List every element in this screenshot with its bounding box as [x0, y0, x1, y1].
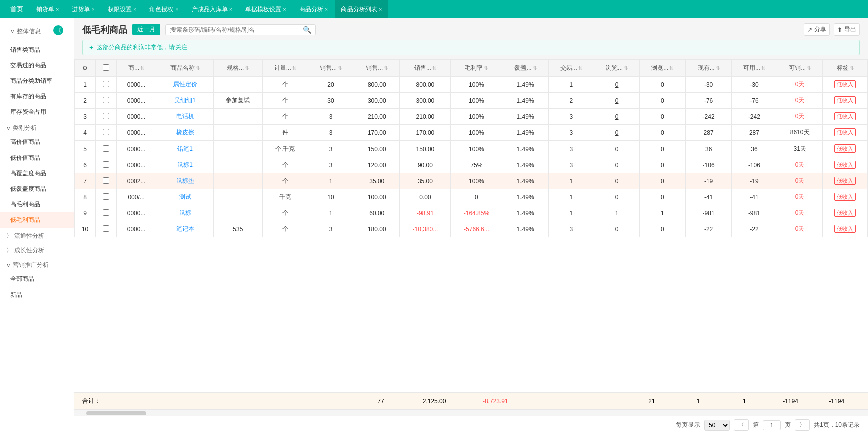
cell-view1[interactable]: 0	[594, 221, 639, 237]
cell-name[interactable]: 笔记本	[156, 221, 214, 237]
sidebar-collapse-btn[interactable]: 《	[53, 25, 63, 35]
cell-name[interactable]: 橡皮擦	[156, 125, 214, 141]
nav-product-analysis[interactable]: 商品分析 ×	[293, 0, 334, 18]
cell-view1[interactable]: 0	[594, 125, 639, 141]
col-saleable[interactable]: 可销...⇅	[777, 60, 823, 77]
cell-name[interactable]: 电话机	[156, 109, 214, 125]
col-name[interactable]: 商品名称⇅	[156, 60, 214, 77]
search-icon[interactable]: 🔍	[303, 26, 311, 34]
export-button[interactable]: ⬆ 导出	[834, 23, 860, 36]
next-page-button[interactable]: 〉	[795, 419, 810, 431]
sidebar-item-high-value[interactable]: 高价值商品	[0, 134, 74, 150]
sidebar-group-marketing[interactable]: ∨ 营销推广分析	[0, 257, 74, 271]
cell-name[interactable]: 鼠标1	[156, 157, 214, 173]
cell-view1[interactable]: 0	[594, 189, 639, 205]
cell-checkbox[interactable]	[96, 125, 117, 141]
row-checkbox[interactable]	[103, 209, 109, 216]
row-checkbox[interactable]	[103, 113, 109, 119]
col-settings[interactable]: ⚙	[75, 60, 96, 77]
search-input[interactable]	[170, 26, 303, 33]
sidebar-group-category[interactable]: ∨ 类别分析	[0, 120, 74, 134]
col-sale-amount[interactable]: 销售...⇅	[354, 60, 400, 77]
sidebar-item-high-coverage[interactable]: 高覆盖度商品	[0, 166, 74, 181]
nav-product-entry[interactable]: 产成品入库单 ×	[186, 0, 238, 18]
row-checkbox[interactable]	[103, 97, 109, 103]
nav-close-product-analysis[interactable]: ×	[325, 6, 328, 12]
sidebar-item-high-margin[interactable]: 高毛利商品	[0, 197, 74, 212]
nav-close-role-auth[interactable]: ×	[175, 6, 178, 12]
sidebar-item-traded-products[interactable]: 交易过的商品	[0, 58, 74, 73]
nav-close-purchase[interactable]: ×	[91, 6, 94, 12]
sidebar-item-low-coverage[interactable]: 低覆盖度商品	[0, 181, 74, 197]
col-check[interactable]	[96, 60, 117, 77]
row-checkbox[interactable]	[103, 161, 109, 168]
nav-purchase[interactable]: 进货单 ×	[66, 0, 100, 18]
sidebar-item-low-margin[interactable]: 低毛利商品	[0, 212, 74, 228]
cell-name[interactable]: 鼠标垫	[156, 173, 214, 189]
cell-checkbox[interactable]	[96, 109, 117, 125]
cell-view1[interactable]: 0	[594, 93, 639, 109]
sidebar-item-all-products[interactable]: 全部商品	[0, 271, 74, 287]
time-filter-button[interactable]: 近一月	[132, 24, 160, 35]
nav-sales[interactable]: 销货单 ×	[30, 0, 65, 18]
cell-checkbox[interactable]	[96, 93, 117, 109]
share-button[interactable]: ↗ 分享	[804, 23, 830, 36]
col-view1[interactable]: 浏览...⇅	[594, 60, 639, 77]
nav-close-sales[interactable]: ×	[56, 6, 59, 12]
prev-page-button[interactable]: 〈	[734, 419, 749, 431]
cell-checkbox[interactable]	[96, 173, 117, 189]
col-tag[interactable]: 标签⇅	[823, 60, 868, 77]
sidebar-group-overall[interactable]: ∨ 整体信息	[4, 23, 47, 38]
col-unit[interactable]: 计量...⇅	[262, 60, 308, 77]
page-number-input[interactable]	[763, 420, 781, 430]
data-table-container[interactable]: ⚙ 商...⇅ 商品名称⇅ 规格...⇅ 计量...⇅ 销售...⇅ 销售...…	[74, 59, 868, 392]
sidebar-item-new-products[interactable]: 新品	[0, 287, 74, 303]
col-current[interactable]: 现有...⇅	[685, 60, 731, 77]
cell-view1[interactable]: 0	[594, 141, 639, 157]
page-size-select[interactable]: 50 100 200	[704, 420, 730, 431]
sidebar-item-sales-products[interactable]: 销售类商品	[0, 42, 74, 58]
cell-checkbox[interactable]	[96, 157, 117, 173]
scrollbar-thumb[interactable]	[86, 411, 146, 415]
row-checkbox[interactable]	[103, 193, 109, 200]
cell-name[interactable]: 吴细细1	[156, 93, 214, 109]
sidebar-group-growth[interactable]: 〉 成长性分析	[0, 242, 74, 257]
select-all-checkbox[interactable]	[103, 64, 109, 71]
nav-home[interactable]: 首页	[4, 0, 29, 18]
col-spec[interactable]: 规格...⇅	[213, 60, 262, 77]
cell-name[interactable]: 鼠标	[156, 205, 214, 221]
col-view2[interactable]: 浏览...⇅	[640, 60, 685, 77]
col-sale-qty[interactable]: 销售...⇅	[308, 60, 354, 77]
row-checkbox[interactable]	[103, 225, 109, 232]
nav-close-product-entry[interactable]: ×	[229, 6, 232, 12]
nav-role-auth[interactable]: 角色授权 ×	[143, 0, 184, 18]
cell-checkbox[interactable]	[96, 77, 117, 93]
col-gross-margin[interactable]: 毛利率⇅	[451, 60, 502, 77]
horizontal-scrollbar[interactable]	[74, 410, 868, 416]
cell-view1[interactable]: 0	[594, 157, 639, 173]
cell-checkbox[interactable]	[96, 189, 117, 205]
col-trade[interactable]: 交易...⇅	[548, 60, 594, 77]
sidebar-item-stock-products[interactable]: 有库存的商品	[0, 89, 74, 104]
row-checkbox[interactable]	[103, 145, 109, 152]
cell-view1[interactable]: 1	[594, 205, 639, 221]
nav-close-permissions[interactable]: ×	[133, 6, 136, 12]
cell-view1[interactable]: 0	[594, 77, 639, 93]
search-box[interactable]: 🔍	[165, 24, 316, 35]
cell-checkbox[interactable]	[96, 221, 117, 237]
cell-view1[interactable]: 0	[594, 173, 639, 189]
col-sale-profit[interactable]: 销售...⇅	[400, 60, 451, 77]
row-checkbox[interactable]	[103, 129, 109, 135]
nav-close-template-settings[interactable]: ×	[283, 6, 286, 12]
col-coverage[interactable]: 覆盖...⇅	[502, 60, 548, 77]
nav-product-analysis-list[interactable]: 商品分析列表 ×	[335, 0, 388, 18]
cell-name[interactable]: 测试	[156, 189, 214, 205]
sidebar-item-category-rate[interactable]: 商品分类助销率	[0, 73, 74, 89]
cell-checkbox[interactable]	[96, 205, 117, 221]
sidebar-item-low-value[interactable]: 低价值商品	[0, 150, 74, 166]
nav-permissions[interactable]: 权限设置 ×	[102, 0, 142, 18]
row-checkbox[interactable]	[103, 81, 109, 87]
cell-checkbox[interactable]	[96, 141, 117, 157]
sidebar-item-capital[interactable]: 库存资金占用	[0, 104, 74, 120]
row-checkbox[interactable]	[103, 177, 109, 184]
